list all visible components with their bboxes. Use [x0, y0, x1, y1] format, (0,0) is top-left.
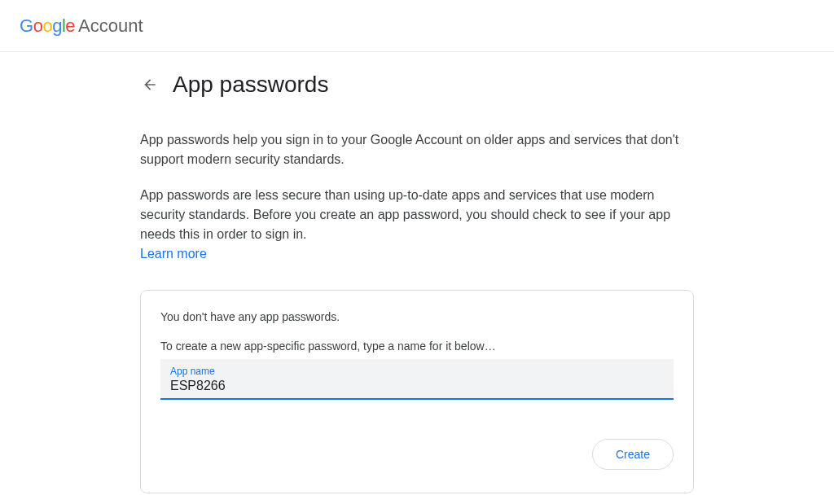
empty-state-message: You don't have any app passwords.: [160, 310, 674, 323]
create-instruction: To create a new app-specific password, t…: [160, 340, 674, 353]
title-row: App passwords: [140, 72, 694, 98]
account-label: Account: [78, 15, 143, 37]
app-name-input-label: App name: [170, 366, 664, 377]
app-name-input-container[interactable]: App name: [160, 359, 674, 400]
button-row: Create: [160, 439, 674, 470]
description-paragraph-2: App passwords are less secure than using…: [140, 186, 694, 264]
app-passwords-card: You don't have any app passwords. To cre…: [140, 290, 694, 493]
app-header: Google Account: [0, 0, 834, 52]
back-arrow-icon[interactable]: [140, 75, 160, 94]
create-button[interactable]: Create: [592, 439, 674, 470]
main-content: App passwords App passwords help you sig…: [140, 52, 694, 493]
page-title: App passwords: [173, 72, 328, 98]
description-text-2: App passwords are less secure than using…: [140, 188, 670, 241]
description-paragraph-1: App passwords help you sign in to your G…: [140, 130, 694, 169]
app-name-input[interactable]: [170, 379, 664, 393]
learn-more-link[interactable]: Learn more: [140, 247, 207, 261]
google-logo: Google: [20, 15, 75, 37]
